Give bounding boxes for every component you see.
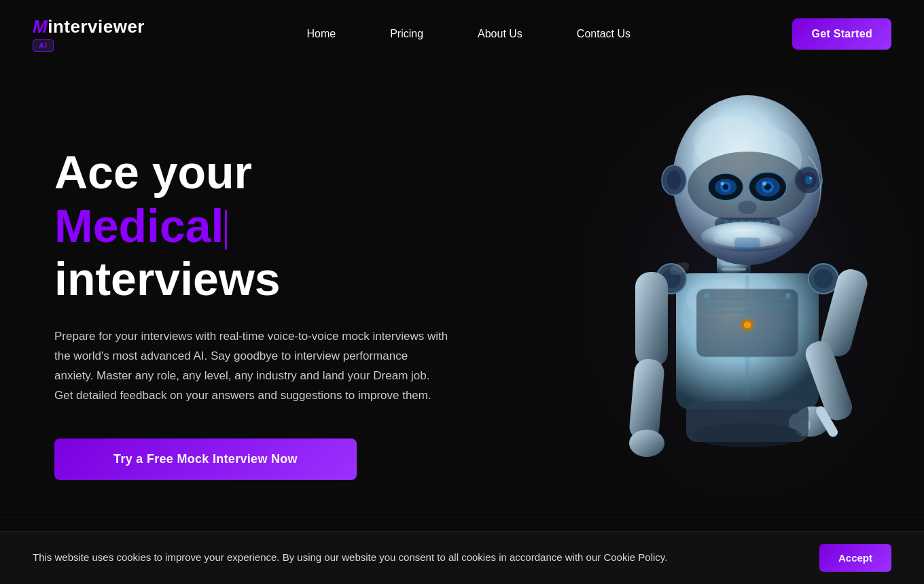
svg-rect-43 [703, 311, 771, 313]
nav-item-home[interactable]: Home [306, 28, 336, 40]
svg-point-12 [809, 177, 812, 179]
cta-button[interactable]: Try a Free Mock Interview Now [54, 439, 357, 480]
hero-robot-image [530, 68, 924, 517]
hero-content: Ace your Medical interviews Prepare for … [54, 145, 448, 479]
nav-item-contact[interactable]: Contact Us [577, 28, 630, 40]
nav-item-pricing[interactable]: Pricing [390, 28, 423, 40]
nav-link-contact[interactable]: Contact Us [577, 28, 630, 39]
hero-description: Prepare for your interviews with real-ti… [54, 327, 448, 406]
svg-rect-5 [722, 268, 746, 271]
svg-point-21 [770, 189, 772, 191]
svg-point-60 [693, 423, 802, 447]
cookie-banner: This website uses cookies to improve you… [0, 531, 924, 584]
robot-svg [544, 68, 924, 517]
hero-accent-text: Medical [54, 200, 224, 252]
svg-point-20 [762, 182, 766, 186]
get-started-button[interactable]: Get Started [792, 18, 891, 50]
cookie-accept-button[interactable]: Accept [819, 544, 891, 572]
hero-title-line1: Ace your [54, 146, 252, 198]
svg-point-64 [785, 293, 791, 298]
svg-point-25 [723, 184, 728, 190]
hero-section: Ace your Medical interviews Prepare for … [0, 68, 924, 517]
svg-rect-61 [745, 275, 749, 398]
svg-point-58 [629, 430, 664, 457]
svg-point-27 [738, 201, 757, 214]
svg-rect-62 [735, 238, 760, 250]
svg-point-26 [721, 182, 724, 186]
svg-point-63 [704, 293, 709, 298]
logo-rest: interviewer [48, 16, 145, 37]
nav-item-about[interactable]: About Us [478, 28, 522, 40]
navbar: Minterviewer AI Home Pricing About Us Co… [0, 0, 924, 68]
hero-title: Ace your Medical interviews [54, 145, 448, 305]
cookie-text: This website uses cookies to improve you… [33, 550, 792, 566]
svg-point-49 [814, 269, 833, 288]
nav-link-pricing[interactable]: Pricing [390, 28, 423, 39]
svg-rect-56 [635, 272, 668, 367]
logo-m: M [33, 16, 48, 37]
hero-title-accent: Medical [54, 199, 448, 252]
nav-links: Home Pricing About Us Contact Us [306, 28, 630, 40]
logo-text: Minterviewer [33, 16, 145, 37]
cursor [225, 210, 227, 250]
nav-link-about[interactable]: About Us [478, 28, 522, 39]
hero-title-line3: interviews [54, 253, 281, 305]
nav-link-home[interactable]: Home [306, 28, 336, 39]
svg-point-14 [667, 171, 681, 190]
logo-badge: AI [33, 39, 54, 52]
logo[interactable]: Minterviewer AI [33, 16, 145, 51]
